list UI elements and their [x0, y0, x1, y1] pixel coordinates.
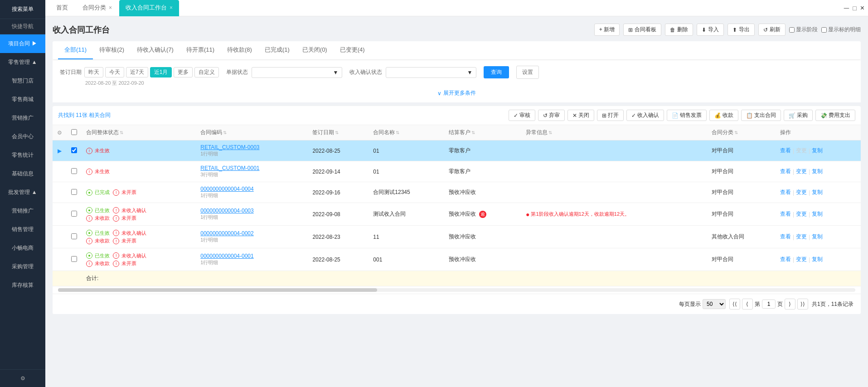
- th-code[interactable]: 合同编码⇅: [196, 125, 308, 140]
- first-page-button[interactable]: ⟨⟨: [729, 299, 740, 310]
- contract-code-link[interactable]: 0000000000004-0002: [200, 230, 303, 237]
- row-checkbox[interactable]: [71, 168, 77, 174]
- th-settings[interactable]: ⚙: [53, 125, 67, 140]
- sidebar-item-sales-marketing[interactable]: 营销推广: [0, 202, 45, 220]
- tab-income-workbench[interactable]: 收入合同工作台 ×: [119, 0, 179, 16]
- horizontal-scrollbar[interactable]: [58, 288, 855, 292]
- th-customer[interactable]: 结算客户⇅: [444, 125, 521, 140]
- page-number-input[interactable]: [762, 300, 776, 309]
- purchase-button[interactable]: 🛒 采购: [784, 110, 813, 121]
- op-view-link[interactable]: 查看: [780, 147, 791, 155]
- filter-tab-closed[interactable]: 已关闭(0): [296, 41, 334, 59]
- close-button[interactable]: ✕ 关闭: [567, 110, 594, 121]
- print-button[interactable]: ⊞ 打开: [597, 110, 624, 121]
- sidebar-search[interactable]: 搜索菜单: [0, 0, 45, 19]
- sidebar-item-sales-mgmt[interactable]: 销售管理: [0, 220, 45, 239]
- sidebar-item-inventory[interactable]: 库存核算: [0, 276, 45, 295]
- row-expand-icon[interactable]: [53, 203, 67, 226]
- filter-setting-button[interactable]: 设置: [516, 66, 539, 79]
- row-expand-icon[interactable]: [53, 226, 67, 248]
- window-maximize-button[interactable]: □: [853, 5, 856, 12]
- income-confirm-button[interactable]: ✓ 收入确认: [626, 110, 664, 121]
- op-view-link[interactable]: 查看: [780, 189, 791, 196]
- sidebar-item-ecommerce[interactable]: 小畅电商: [0, 239, 45, 257]
- row-checkbox[interactable]: [71, 189, 77, 195]
- op-change-link[interactable]: 变更: [796, 147, 807, 155]
- next-page-button[interactable]: ⟩: [785, 299, 795, 310]
- sidebar-item-retail-mgmt[interactable]: 零售管理 ▲: [0, 53, 45, 72]
- show-marked-checkbox[interactable]: [821, 27, 827, 33]
- abandon-button[interactable]: ↺ 弃审: [538, 110, 565, 121]
- date-btn-last1month[interactable]: 近1月: [150, 67, 172, 77]
- op-view-link[interactable]: 查看: [780, 210, 791, 218]
- sidebar-item-purchase[interactable]: 采购管理: [0, 257, 45, 276]
- sidebar-item-member[interactable]: 会员中心: [0, 127, 45, 146]
- tab-close-contract-category[interactable]: ×: [109, 5, 112, 11]
- sidebar-item-wholesale[interactable]: 批发管理 ▲: [0, 183, 45, 202]
- contract-code-link[interactable]: RETAIL_CUSTOM-0003: [200, 144, 303, 150]
- op-change-link[interactable]: 变更: [796, 233, 807, 241]
- date-btn-custom[interactable]: 自定义: [194, 67, 219, 77]
- filter-tab-pending-invoice[interactable]: 待开票(11): [180, 41, 221, 59]
- row-expand-icon[interactable]: [53, 161, 67, 182]
- tab-close-income-workbench[interactable]: ×: [170, 5, 173, 11]
- window-close-button[interactable]: ×: [860, 4, 864, 12]
- sidebar-item-retail-shop[interactable]: 零售商城: [0, 90, 45, 109]
- th-exception-info[interactable]: 异常信息⇅: [521, 125, 707, 140]
- op-change-link[interactable]: 变更: [796, 189, 807, 196]
- contract-code-link[interactable]: 0000000000004-0004: [200, 186, 303, 192]
- sidebar-item-project[interactable]: 项目合同 ▶: [0, 34, 45, 53]
- sidebar-settings-button[interactable]: ⚙: [0, 369, 45, 387]
- window-minimize-button[interactable]: ─: [844, 4, 849, 12]
- op-change-link[interactable]: 变更: [796, 210, 807, 218]
- payment-button[interactable]: 💰 收款: [709, 110, 738, 121]
- page-size-select[interactable]: 50 10 20 100: [703, 299, 726, 309]
- filter-tab-changed[interactable]: 已变更(4): [334, 41, 371, 59]
- last-page-button[interactable]: ⟩⟩: [797, 299, 808, 310]
- kanban-button[interactable]: ⊞ 合同看板: [623, 24, 661, 36]
- row-checkbox[interactable]: [71, 147, 77, 153]
- expense-out-button[interactable]: 📋 支出合同: [741, 110, 781, 121]
- show-marked-checkbox-label[interactable]: 显示标的明细: [821, 26, 861, 34]
- th-overall-status[interactable]: 合同整体状态⇅: [82, 125, 196, 140]
- date-btn-last7days[interactable]: 近7天: [126, 67, 148, 77]
- row-expand-icon[interactable]: [53, 182, 67, 203]
- sidebar-nav[interactable]: 快捷导航: [0, 19, 45, 34]
- row-expand-icon[interactable]: ▶: [53, 140, 67, 161]
- op-copy-link[interactable]: 复制: [812, 233, 823, 241]
- sidebar-item-retail-stats[interactable]: 零售统计: [0, 146, 45, 164]
- row-expand-icon[interactable]: [53, 248, 67, 271]
- op-copy-link[interactable]: 复制: [812, 210, 823, 218]
- contract-code-link[interactable]: 0000000000004-0001: [200, 253, 303, 259]
- op-view-link[interactable]: 查看: [780, 256, 791, 263]
- export-button[interactable]: ⬆ 导出: [727, 24, 755, 36]
- contract-code-link[interactable]: 0000000000004-0003: [200, 208, 303, 214]
- sales-invoice-button[interactable]: 📄 销售发票: [667, 110, 707, 121]
- op-change-link[interactable]: 变更: [796, 168, 807, 175]
- op-copy-link[interactable]: 复制: [812, 168, 823, 175]
- scrollbar-thumb[interactable]: [58, 288, 377, 292]
- fee-out-button[interactable]: 💸 费用支出: [815, 110, 855, 121]
- row-checkbox[interactable]: [71, 233, 77, 239]
- op-change-link[interactable]: 变更: [796, 256, 807, 263]
- expand-conditions-button[interactable]: ∨ 展开更多条件: [437, 89, 476, 97]
- filter-tab-pending-review[interactable]: 待审核(2): [93, 41, 131, 59]
- op-copy-link[interactable]: 复制: [812, 256, 823, 263]
- th-name[interactable]: 合同名称⇅: [369, 125, 444, 140]
- sidebar-item-marketing[interactable]: 营销推广: [0, 109, 45, 127]
- op-copy-link[interactable]: 复制: [812, 189, 823, 196]
- contract-code-link[interactable]: RETAIL_CUSTOM-0001: [200, 165, 303, 171]
- date-btn-today[interactable]: 今天: [105, 67, 124, 77]
- row-checkbox[interactable]: [71, 211, 77, 217]
- row-checkbox[interactable]: [71, 256, 77, 262]
- op-copy-link[interactable]: 复制: [812, 147, 823, 155]
- review-button[interactable]: ✓ 审核: [509, 110, 535, 121]
- show-phase-checkbox[interactable]: [789, 27, 795, 33]
- th-category[interactable]: 合同分类⇅: [707, 125, 776, 140]
- show-phase-checkbox-label[interactable]: 显示阶段: [789, 26, 818, 34]
- refresh-button[interactable]: ↺ 刷新: [758, 24, 786, 36]
- select-all-checkbox[interactable]: [71, 129, 77, 135]
- date-btn-more[interactable]: 更多: [174, 67, 193, 77]
- filter-tab-pending-payment[interactable]: 待收款(8): [221, 41, 258, 59]
- op-view-link[interactable]: 查看: [780, 168, 791, 175]
